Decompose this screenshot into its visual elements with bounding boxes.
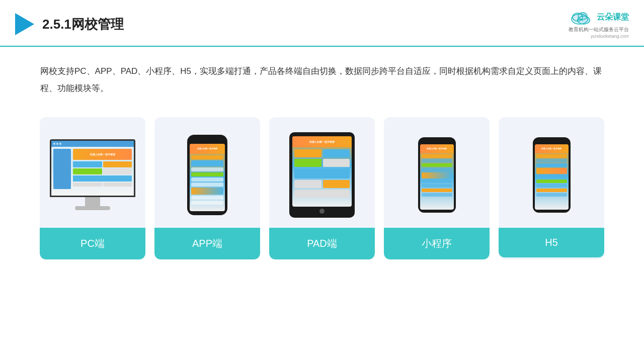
header-left: 2.5.1网校管理 xyxy=(15,13,124,35)
cards-container: 职通人的第一堂升维课 xyxy=(0,107,644,269)
card-h5-label: H5 xyxy=(499,228,604,257)
card-app-label: APP端 xyxy=(154,228,260,259)
card-pc-label: PC端 xyxy=(40,228,145,259)
card-miniprogram-label: 小程序 xyxy=(384,228,490,259)
card-pc: 职通人的第一堂升维课 xyxy=(40,117,145,259)
card-pad: 职通人的第一堂升维课 PAD端 xyxy=(269,117,375,259)
monitor-device: 职通人的第一堂升维课 xyxy=(50,139,135,210)
card-miniprogram: 职通人的第一堂升维课 小程序 xyxy=(384,117,490,259)
card-h5-image: 职通人的第一堂升维课 xyxy=(499,117,604,228)
logo-url: yunduoketang.com xyxy=(569,33,629,40)
description-text: 网校支持PC、APP、PAD、小程序、H5，实现多端打通，产品各终端自由切换，数… xyxy=(0,47,644,107)
h5-phone-device: 职通人的第一堂升维课 xyxy=(533,137,571,213)
card-app: 职通人的第一堂升维课 APP端 xyxy=(154,117,260,259)
logo-cloud: 云朵课堂 xyxy=(569,9,629,25)
card-pad-image: 职通人的第一堂升维课 xyxy=(269,117,375,228)
logo-area: 云朵课堂 教育机构一站式服务云平台 yunduoketang.com xyxy=(569,9,629,40)
page-title: 2.5.1网校管理 xyxy=(42,16,124,33)
page-header: 2.5.1网校管理 云朵课堂 教育机构一站式服务云平台 yunduoketan xyxy=(0,0,644,47)
cloud-icon xyxy=(569,9,594,25)
card-h5: 职通人的第一堂升维课 H5 xyxy=(499,117,604,259)
card-pc-image: 职通人的第一堂升维课 xyxy=(40,117,145,228)
play-icon xyxy=(15,13,34,35)
card-pad-label: PAD端 xyxy=(269,228,375,259)
logo-tagline: 教育机构一站式服务云平台 yunduoketang.com xyxy=(569,26,629,40)
card-app-image: 职通人的第一堂升维课 xyxy=(154,117,260,228)
pad-tablet-device: 职通人的第一堂升维课 xyxy=(289,132,355,218)
logo-name: 云朵课堂 xyxy=(597,12,629,23)
miniprogram-phone-device: 职通人的第一堂升维课 xyxy=(418,137,456,213)
app-phone-device: 职通人的第一堂升维课 xyxy=(187,135,227,215)
card-miniprogram-image: 职通人的第一堂升维课 xyxy=(384,117,490,228)
